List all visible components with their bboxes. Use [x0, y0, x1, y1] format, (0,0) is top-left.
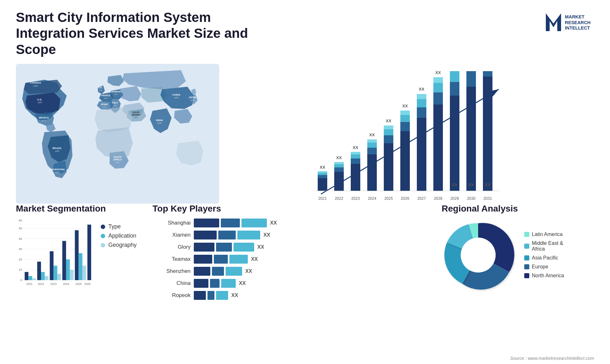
player-bar-mid — [212, 267, 224, 276]
svg-rect-42 — [318, 171, 327, 173]
svg-text:xx%: xx% — [42, 119, 46, 122]
player-bar-dark — [194, 267, 210, 276]
svg-rect-70 — [400, 122, 410, 131]
player-bar-dark — [194, 291, 206, 300]
svg-text:MEXICO: MEXICO — [39, 116, 49, 119]
svg-text:XX: XX — [452, 182, 458, 187]
segmentation-legend: Type Application Geography — [101, 223, 137, 248]
svg-rect-92 — [466, 87, 476, 191]
svg-text:2029: 2029 — [451, 196, 459, 201]
svg-text:RESEARCH: RESEARCH — [565, 20, 591, 25]
application-color — [101, 234, 105, 238]
svg-text:ITALY: ITALY — [112, 102, 118, 104]
asia-pacific-label: Asia Pacific — [532, 255, 558, 261]
svg-text:FRANCE: FRANCE — [101, 94, 110, 97]
svg-rect-48 — [334, 162, 344, 164]
svg-marker-0 — [546, 13, 561, 31]
europe-color — [524, 264, 529, 269]
svg-text:xx%: xx% — [116, 161, 119, 163]
svg-rect-60 — [367, 139, 377, 143]
player-row-xiamen: Xiamen XX — [152, 231, 432, 239]
player-bar-light — [241, 219, 267, 227]
asia-pacific-color — [524, 255, 529, 260]
svg-rect-88 — [450, 82, 459, 96]
player-bar-dark — [194, 231, 217, 239]
player-bars-shanghai: XX — [194, 219, 277, 227]
svg-rect-81 — [433, 104, 443, 191]
svg-text:20: 20 — [19, 258, 22, 261]
svg-text:XX: XX — [386, 118, 391, 123]
player-value: XX — [251, 256, 258, 262]
svg-text:SOUTH: SOUTH — [114, 156, 122, 158]
player-bar-light — [216, 291, 228, 300]
svg-rect-58 — [367, 148, 377, 154]
svg-rect-52 — [351, 158, 360, 164]
svg-text:xx%: xx% — [33, 85, 37, 87]
svg-text:SAUDI: SAUDI — [132, 111, 139, 113]
key-players-section: Top Key Players Shanghai XX — [146, 204, 432, 364]
svg-rect-54 — [351, 152, 360, 154]
player-name-teamax: Teamax — [152, 256, 191, 262]
regional-legend: Latin America Middle East &Africa Asia P… — [524, 232, 564, 279]
world-map-svg: CANADA xx% U.S. xx% MEXICO xx% BRAZIL xx… — [16, 64, 219, 204]
player-bar-dark — [194, 243, 214, 252]
player-bars-ropeok: XX — [194, 291, 238, 300]
logo-area: MARKET RESEARCH INTELLECT — [543, 10, 594, 35]
svg-rect-128 — [70, 270, 74, 280]
svg-rect-64 — [384, 135, 393, 143]
svg-text:2021: 2021 — [318, 196, 327, 201]
svg-rect-45 — [334, 172, 344, 191]
svg-text:AFRICA: AFRICA — [113, 158, 122, 161]
svg-text:XX: XX — [320, 165, 325, 170]
legend-geography: Geography — [101, 242, 137, 248]
svg-text:ARGENTINA: ARGENTINA — [50, 168, 65, 171]
svg-text:xx%: xx% — [190, 99, 194, 101]
svg-rect-123 — [53, 266, 57, 280]
svg-text:INDIA: INDIA — [156, 119, 163, 122]
player-name-ropeok: Ropeok — [152, 292, 191, 299]
segmentation-chart: 0 10 20 30 40 50 60 — [16, 219, 91, 288]
svg-rect-84 — [433, 77, 443, 83]
svg-text:xx%: xx% — [55, 150, 59, 152]
svg-rect-114 — [25, 272, 29, 280]
pie-container: Latin America Middle East &Africa Asia P… — [442, 219, 594, 292]
geography-color — [101, 243, 105, 247]
svg-text:2026: 2026 — [401, 196, 410, 201]
svg-text:ARABIA: ARABIA — [132, 114, 140, 116]
player-name-shenzhen: Shenzhen — [152, 268, 191, 274]
svg-rect-75 — [417, 118, 426, 191]
player-bar-dark — [194, 255, 212, 264]
regional-section: Regional Analysis — [442, 204, 594, 364]
player-row-china: China XX — [152, 279, 432, 288]
legend-application-label: Application — [108, 233, 136, 239]
svg-rect-118 — [37, 262, 41, 280]
svg-rect-131 — [78, 253, 82, 280]
svg-rect-115 — [28, 276, 32, 280]
player-bars-shenzhen: XX — [194, 267, 252, 276]
svg-rect-40 — [318, 175, 327, 178]
svg-text:U.K.: U.K. — [98, 86, 103, 89]
growth-bar-chart: XX 2021 XX 2022 XX 2023 — [235, 70, 585, 204]
svg-rect-41 — [318, 173, 327, 175]
growth-chart-section: XX 2021 XX 2022 XX 2023 — [226, 64, 594, 204]
svg-point-136 — [461, 238, 496, 273]
legend-europe: Europe — [524, 264, 564, 270]
player-row-shanghai: Shanghai XX — [152, 219, 432, 227]
regional-pie-chart — [442, 219, 515, 292]
player-bar-mid — [216, 243, 232, 252]
svg-text:U.S.: U.S. — [37, 98, 42, 101]
svg-text:10: 10 — [19, 268, 22, 271]
svg-rect-51 — [351, 164, 360, 191]
legend-type: Type — [101, 223, 137, 230]
legend-latin-america: Latin America — [524, 232, 564, 237]
svg-text:XX: XX — [402, 104, 408, 108]
header: Smart City Information System Integratio… — [16, 10, 594, 57]
svg-text:xx%: xx% — [55, 171, 59, 173]
source-text: Source : www.marketresearchintellect.com — [510, 356, 594, 361]
player-bar-dark — [194, 279, 208, 288]
player-value: XX — [245, 268, 252, 274]
svg-text:50: 50 — [19, 226, 22, 230]
player-row-ropeok: Ropeok XX — [152, 291, 432, 300]
svg-text:xx%: xx% — [98, 89, 102, 91]
player-bar-mid — [207, 291, 214, 300]
